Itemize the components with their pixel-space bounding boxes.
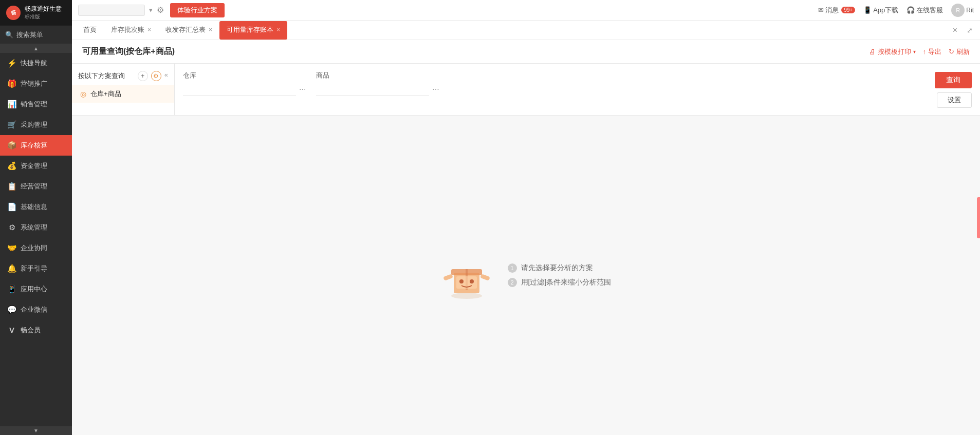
scheme-add-button[interactable]: + <box>138 71 148 81</box>
warehouse-filter-input-row: ··· <box>183 83 306 96</box>
message-icon: ✉ <box>818 6 824 14</box>
system-icon: ⚙ <box>7 223 16 232</box>
scheme-item-label: 仓库+商品 <box>90 89 121 99</box>
sidebar-item-member[interactable]: V 畅会员 <box>0 320 72 341</box>
sidebar-scroll-down[interactable]: ▼ <box>0 426 72 435</box>
search-menu[interactable]: 🔍 搜索菜单 <box>0 26 72 44</box>
sidebar-item-label: 销售管理 <box>21 100 47 109</box>
sidebar-item-operation[interactable]: 📋 经营管理 <box>0 176 72 197</box>
app-center-icon: 📱 <box>7 285 16 294</box>
scheme-panel-title: 按以下方案查询 <box>78 71 125 81</box>
svg-point-6 <box>470 279 474 283</box>
sidebar-item-newbie[interactable]: 🔔 新手引导 <box>0 258 72 279</box>
sidebar-item-enterprise[interactable]: 🤝 企业协同 <box>0 238 72 258</box>
sidebar-item-wechat[interactable]: 💬 企业微信 <box>0 299 72 320</box>
sidebar-item-label: 采购管理 <box>21 120 47 129</box>
filter-settings-button[interactable]: 设置 <box>937 92 972 108</box>
online-service-label: 在线客服 <box>916 6 943 15</box>
sidebar-item-label: 基础信息 <box>21 202 47 212</box>
sidebar-item-basic[interactable]: 📄 基础信息 <box>0 197 72 217</box>
export-icon: ↑ <box>923 48 927 55</box>
empty-hint-2-text: 用[过滤]条件来缩小分析范围 <box>521 278 612 287</box>
tab-expand-button[interactable]: ⤢ <box>964 25 976 35</box>
sidebar-item-label: 快捷导航 <box>21 59 47 68</box>
online-service-button[interactable]: 🎧 在线客服 <box>907 6 943 15</box>
filter-area: 仓库 ··· 商品 ··· <box>175 64 980 115</box>
message-badge: 99+ <box>841 7 855 13</box>
filter-actions: 查询 设置 <box>935 71 972 108</box>
quick-nav-icon: ⚡ <box>7 59 16 68</box>
message-label: 消息 <box>825 6 839 15</box>
warehouse-more-button[interactable]: ··· <box>299 85 306 94</box>
sidebar-item-label: 新手引导 <box>21 264 47 273</box>
print-dropdown-icon[interactable]: ▾ <box>913 49 916 54</box>
sidebar-item-label: 营销推广 <box>21 79 47 88</box>
inventory-icon: 📦 <box>7 141 16 150</box>
operation-icon: 📋 <box>7 182 16 191</box>
scheme-item-warehouse-product[interactable]: ◎ 仓库+商品 <box>72 85 174 103</box>
purchase-icon: 🛒 <box>7 120 16 129</box>
tab-available-ledger[interactable]: 可用量库存账本 × <box>219 21 287 40</box>
sidebar-scroll-up[interactable]: ▲ <box>0 44 72 53</box>
scheme-item-icon: ◎ <box>80 90 86 98</box>
refresh-label: 刷新 <box>956 47 970 56</box>
sidebar-item-inventory[interactable]: 📦 库存核算 <box>0 135 72 156</box>
empty-hint-2: 2 用[过滤]条件来缩小分析范围 <box>508 278 612 287</box>
refresh-button[interactable]: ↻ 刷新 <box>949 47 970 56</box>
app-download-button[interactable]: 📱 App下载 <box>863 6 898 15</box>
topbar-gear-icon[interactable]: ⚙ <box>157 5 164 15</box>
sidebar-item-finance[interactable]: 💰 资金管理 <box>0 156 72 176</box>
tab-batch-ledger-close[interactable]: × <box>147 26 151 33</box>
warehouse-filter-label: 仓库 <box>183 71 306 80</box>
tab-receive-summary-close[interactable]: × <box>209 26 212 33</box>
query-button[interactable]: 查询 <box>935 72 972 88</box>
tab-batch-ledger-label: 库存批次账 <box>111 25 144 34</box>
tab-home-label: 首页 <box>83 25 97 34</box>
topbar-dropdown-icon[interactable]: ▾ <box>149 6 153 14</box>
svg-rect-7 <box>443 274 453 281</box>
tabs-bar: 首页 库存批次账 × 收发存汇总表 × 可用量库存账本 × × ⤢ <box>72 21 980 40</box>
empty-state: 1 请先选择要分析的方案 2 用[过滤]条件来缩小分析范围 <box>72 116 980 435</box>
print-template-button[interactable]: 🖨 按模板打印 ▾ <box>869 47 916 56</box>
warehouse-input[interactable] <box>183 83 296 96</box>
search-menu-label: 搜索菜单 <box>16 30 43 40</box>
sidebar-nav: ⚡ 快捷导航 🎁 营销推广 📊 销售管理 🛒 采购管理 📦 库存核算 💰 资金管… <box>0 53 72 426</box>
app-download-label: App下载 <box>873 6 898 15</box>
tab-close-all-button[interactable]: × <box>950 25 960 36</box>
newbie-icon: 🔔 <box>7 264 16 273</box>
scheme-panel-actions: + ⚙ « <box>138 71 168 81</box>
industry-solution-button[interactable]: 体验行业方案 <box>170 3 225 17</box>
query-area: 按以下方案查询 + ⚙ « ◎ 仓库+商品 仓库 <box>72 64 980 116</box>
sidebar-item-label: 企业协同 <box>21 243 47 253</box>
product-more-button[interactable]: ··· <box>432 85 439 94</box>
sidebar-item-sales[interactable]: 📊 销售管理 <box>0 94 72 115</box>
sidebar-item-label: 系统管理 <box>21 223 47 232</box>
user-avatar-button[interactable]: R Rit <box>951 4 974 17</box>
scheme-collapse-button[interactable]: « <box>164 71 168 81</box>
sidebar-item-purchase[interactable]: 🛒 采购管理 <box>0 115 72 135</box>
topbar: ▾ ⚙ 体验行业方案 ✉ 消息 99+ 📱 App下载 🎧 在线客服 R Rit <box>72 0 980 21</box>
topbar-search-input[interactable] <box>78 5 145 16</box>
tab-home[interactable]: 首页 <box>76 21 104 40</box>
empty-hint-1-num: 1 <box>508 263 517 273</box>
page-header: 可用量查询(按仓库+商品) 🖨 按模板打印 ▾ ↑ 导出 ↻ 刷新 <box>72 40 980 64</box>
product-input[interactable] <box>316 83 429 96</box>
sidebar-item-quick-nav[interactable]: ⚡ 快捷导航 <box>0 53 72 73</box>
print-icon: 🖨 <box>869 48 876 55</box>
tab-available-ledger-close[interactable]: × <box>276 26 280 33</box>
sidebar-item-app-center[interactable]: 📱 应用中心 <box>0 279 72 299</box>
message-button[interactable]: ✉ 消息 99+ <box>818 6 855 15</box>
logo-icon: 畅 <box>6 6 21 20</box>
sidebar-item-marketing[interactable]: 🎁 营销推广 <box>0 73 72 94</box>
tab-batch-ledger[interactable]: 库存批次账 × <box>104 21 158 40</box>
export-button[interactable]: ↑ 导出 <box>923 47 942 56</box>
tab-receive-summary-label: 收发存汇总表 <box>165 25 206 34</box>
right-scroll-indicator[interactable] <box>977 197 980 238</box>
sidebar-item-label: 应用中心 <box>21 285 47 294</box>
tab-receive-summary[interactable]: 收发存汇总表 × <box>158 21 219 40</box>
service-icon: 🎧 <box>907 6 915 14</box>
sidebar-item-system[interactable]: ⚙ 系统管理 <box>0 217 72 238</box>
sidebar-logo: 畅 畅康通好生意 标准版 <box>0 0 72 26</box>
scheme-settings-button[interactable]: ⚙ <box>151 71 161 81</box>
page-title: 可用量查询(按仓库+商品) <box>82 46 175 57</box>
